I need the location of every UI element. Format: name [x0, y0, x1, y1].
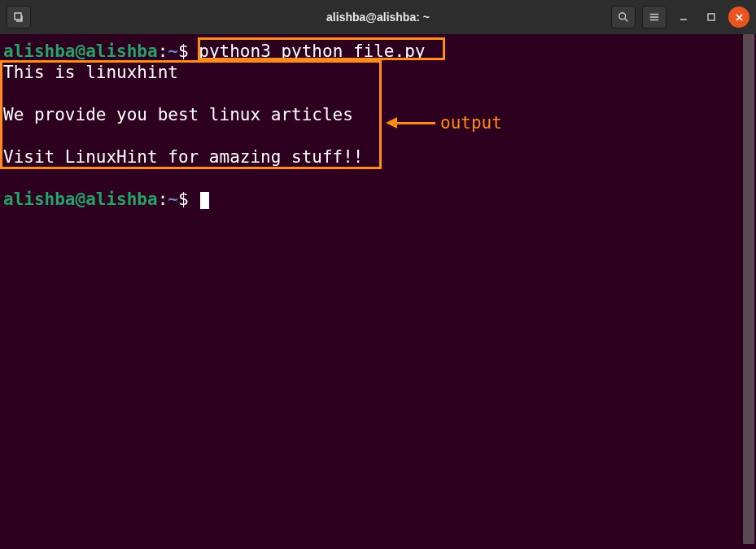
search-icon — [618, 11, 629, 23]
new-tab-icon — [12, 11, 25, 24]
search-button[interactable] — [611, 6, 636, 28]
dollar: $ — [178, 41, 189, 61]
scrollbar-thumb[interactable] — [743, 34, 754, 544]
hamburger-icon — [649, 11, 660, 23]
maximize-icon — [706, 12, 716, 22]
arrow-head-icon — [386, 117, 397, 129]
cursor — [200, 192, 209, 209]
user-host: alishba@alishba — [3, 190, 158, 209]
svg-rect-3 — [708, 14, 714, 20]
output-blank — [3, 168, 753, 189]
maximize-button[interactable] — [701, 7, 722, 28]
output-line-5: Visit LinuxHint for amazing stuff!! — [3, 146, 753, 168]
command-text: python3 python file.py — [199, 41, 425, 61]
arrow-line — [396, 122, 435, 124]
path: ~ — [168, 41, 178, 61]
close-icon — [735, 13, 744, 22]
titlebar-right — [611, 6, 749, 28]
output-line-2 — [3, 83, 753, 104]
output-line-4 — [3, 125, 753, 146]
colon: : — [158, 41, 168, 61]
titlebar: alishba@alishba: ~ — [0, 0, 756, 34]
prompt-line-1: alishba@alishba:~$ python3 python file.p… — [3, 41, 753, 62]
annotation-label: output — [440, 112, 502, 133]
path: ~ — [168, 190, 178, 209]
titlebar-left — [7, 6, 31, 28]
output-line-1: This is linuxhint — [3, 62, 753, 83]
terminal-content[interactable]: alishba@alishba:~$ python3 python file.p… — [0, 34, 756, 549]
close-button[interactable] — [728, 7, 749, 28]
terminal-window: alishba@alishba: ~ alishba@alishba:~$ py… — [0, 0, 756, 549]
menu-button[interactable] — [642, 6, 666, 28]
output-line-3: We provide you best linux articles — [3, 104, 753, 125]
user-host: alishba@alishba — [3, 41, 158, 61]
output-annotation: output — [386, 112, 502, 133]
dollar: $ — [178, 190, 189, 209]
scrollbar[interactable] — [743, 34, 754, 544]
minimize-button[interactable] — [673, 7, 694, 28]
svg-point-0 — [619, 13, 626, 20]
colon: : — [158, 190, 168, 209]
new-tab-button[interactable] — [7, 6, 31, 28]
svg-line-1 — [625, 19, 628, 22]
minimize-icon — [679, 12, 688, 22]
window-title: alishba@alishba: ~ — [326, 11, 430, 24]
prompt-line-2: alishba@alishba:~$ — [3, 189, 753, 210]
